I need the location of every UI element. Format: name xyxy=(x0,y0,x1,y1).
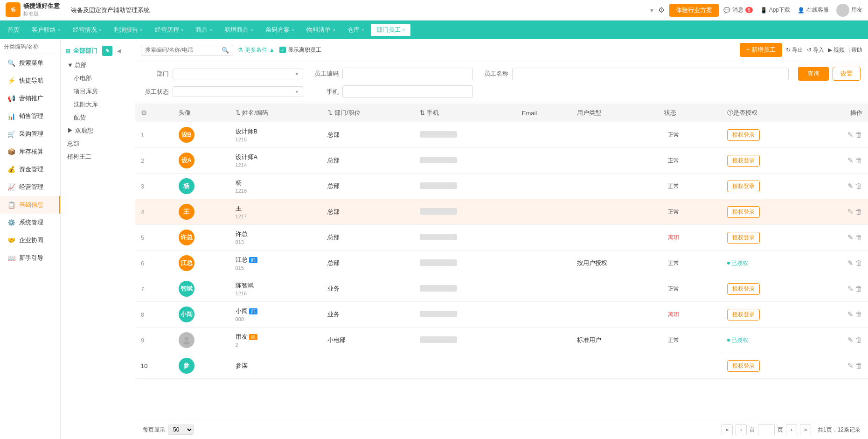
edit-icon[interactable]: ✎ xyxy=(847,131,854,139)
edit-icon[interactable]: ✎ xyxy=(847,362,854,370)
nav-tab-经营情况[interactable]: 经营情况× xyxy=(67,24,107,36)
emp-code-input[interactable] xyxy=(342,68,473,80)
page-number-input[interactable]: 1 xyxy=(758,424,775,435)
nav-tab-利润报告[interactable]: 利润报告× xyxy=(108,24,148,36)
emp-name-input[interactable] xyxy=(512,68,789,80)
tab-close-icon[interactable]: × xyxy=(181,28,184,33)
edit-icon[interactable]: ✎ xyxy=(847,156,854,165)
sidebar-item-库存核算[interactable]: 📦库存核算 xyxy=(0,143,60,160)
delete-icon[interactable]: 🗑 xyxy=(855,285,862,293)
sidebar-item-营销推广[interactable]: 📢营销推广 xyxy=(0,90,60,107)
message-btn[interactable]: 💬 消息 6 xyxy=(723,6,753,14)
sidebar-item-搜索菜单[interactable]: 🔍搜索菜单 xyxy=(0,54,60,72)
delete-icon[interactable]: 🗑 xyxy=(855,310,862,318)
delete-icon[interactable]: 🗑 xyxy=(855,208,862,216)
nav-tab-客户联络[interactable]: 客户联络× xyxy=(26,24,66,36)
col-settings[interactable]: ⚙ xyxy=(135,104,173,122)
employee-search-input[interactable] xyxy=(145,47,220,53)
system-title-dropdown[interactable]: ▾ xyxy=(650,7,653,14)
page-size-select[interactable]: 50 100 xyxy=(168,425,194,435)
dept-node-双鹿想[interactable]: ▶ 双鹿想 xyxy=(61,124,135,137)
app-download-btn[interactable]: 📱 App下载 xyxy=(760,6,790,14)
delete-icon[interactable]: 🗑 xyxy=(855,156,862,164)
nav-tab-物料清单[interactable]: 物料清单× xyxy=(301,24,341,36)
col-phone[interactable]: ⇅ 手机 xyxy=(414,104,516,122)
add-employee-button[interactable]: + 新增员工 xyxy=(740,43,782,57)
view-button[interactable]: ▶ 视频 xyxy=(828,46,845,54)
query-button[interactable]: 查询 xyxy=(798,67,829,81)
auth-button[interactable]: 授权登录 xyxy=(727,232,760,244)
dept-node-总部[interactable]: ▼ 总部 xyxy=(61,59,135,72)
prev-page-btn[interactable]: ‹ xyxy=(736,424,747,435)
nav-tab-经营历程[interactable]: 经营历程× xyxy=(149,24,189,36)
import-button[interactable]: ↺ 导入 xyxy=(807,46,824,54)
user-btn[interactable]: 用友 xyxy=(836,4,862,17)
dept-node-项目库房[interactable]: 项目库房 xyxy=(61,85,135,98)
delete-icon[interactable]: 🗑 xyxy=(855,336,862,344)
auth-button[interactable]: 授权登录 xyxy=(727,309,760,321)
set-button[interactable]: 设置 xyxy=(833,67,861,81)
auth-button[interactable]: 授权登录 xyxy=(727,155,760,167)
nav-tab-新增商品[interactable]: 新增商品× xyxy=(219,24,259,36)
nav-tab-部门员工[interactable]: 部门员工× xyxy=(371,24,411,36)
edit-icon[interactable]: ✎ xyxy=(847,182,854,190)
sidebar-item-新手引导[interactable]: 📖新手引导 xyxy=(0,249,60,267)
edit-icon[interactable]: ✎ xyxy=(847,208,854,216)
sidebar-item-基础信息[interactable]: 📋基础信息 xyxy=(0,196,60,214)
auth-button[interactable]: 授权登录 xyxy=(727,129,760,141)
tab-close-icon[interactable]: × xyxy=(292,28,294,33)
tab-close-icon[interactable]: × xyxy=(99,28,102,33)
dept-node-植树王二[interactable]: 植树王二 xyxy=(61,150,135,163)
nav-tab-首页[interactable]: 首页 xyxy=(2,24,25,36)
first-page-btn[interactable]: « xyxy=(722,424,733,435)
tab-close-icon[interactable]: × xyxy=(209,28,212,33)
tab-close-icon[interactable]: × xyxy=(333,28,335,33)
more-button[interactable]: | 帮助 xyxy=(848,46,862,54)
show-resigned-toggle[interactable]: ✓ 显示离职员工 xyxy=(279,46,321,54)
trial-button[interactable]: 体验行业方案 xyxy=(669,4,719,17)
sidebar-item-快捷导航[interactable]: ⚡快捷导航 xyxy=(0,72,60,90)
dept-node-小电部[interactable]: 小电部 xyxy=(61,72,135,85)
edit-icon[interactable]: ✎ xyxy=(847,233,854,242)
nav-tab-条码方案[interactable]: 条码方案× xyxy=(260,24,300,36)
edit-icon[interactable]: ✎ xyxy=(847,285,854,293)
next-page-btn[interactable]: › xyxy=(786,424,797,435)
sidebar-item-经营管理[interactable]: 📈经营管理 xyxy=(0,178,60,196)
edit-icon[interactable]: ✎ xyxy=(847,310,854,319)
dept-all-item[interactable]: ⊞ 全部部门 ✎ ◀ xyxy=(61,43,135,59)
col-dept-position[interactable]: ⇅ 部门/职位 xyxy=(322,104,414,122)
dept-node-沈阳大库[interactable]: 沈阳大库 xyxy=(61,98,135,111)
sidebar-item-系统管理[interactable]: ⚙️系统管理 xyxy=(0,214,60,231)
auth-button[interactable]: 授权登录 xyxy=(727,206,760,218)
nav-tab-仓库[interactable]: 仓库× xyxy=(342,24,370,36)
tab-close-icon[interactable]: × xyxy=(140,28,143,33)
auth-button[interactable]: 授权登录 xyxy=(727,360,760,372)
export-button[interactable]: ↻ 导出 xyxy=(786,46,803,54)
tab-close-icon[interactable]: × xyxy=(361,28,364,33)
phone-input[interactable] xyxy=(342,85,473,98)
delete-icon[interactable]: 🗑 xyxy=(855,233,862,241)
tab-close-icon[interactable]: × xyxy=(58,28,61,33)
col-name-code[interactable]: ⇅ 姓名/编码 xyxy=(230,104,322,122)
more-filter-btn[interactable]: ⚗ 更多条件 ▲ xyxy=(238,46,275,54)
settings-icon[interactable]: ⚙ xyxy=(658,6,665,14)
last-page-btn[interactable]: » xyxy=(800,424,811,435)
sidebar-item-采购管理[interactable]: 🛒采购管理 xyxy=(0,125,60,143)
dept-node-总部[interactable]: 总部 xyxy=(61,137,135,150)
collapse-dept-icon[interactable]: ◀ xyxy=(117,48,121,54)
emp-status-select[interactable]: ▾ xyxy=(173,86,303,97)
edit-icon[interactable]: ✎ xyxy=(847,259,854,267)
delete-icon[interactable]: 🗑 xyxy=(855,259,862,267)
dept-node-配货[interactable]: 配货 xyxy=(61,111,135,124)
delete-icon[interactable]: 🗑 xyxy=(855,182,862,190)
delete-icon[interactable]: 🗑 xyxy=(855,362,862,369)
tab-close-icon[interactable]: × xyxy=(403,28,405,33)
edit-icon[interactable]: ✎ xyxy=(847,336,854,344)
dept-select[interactable]: ▾ xyxy=(173,69,303,79)
delete-icon[interactable]: 🗑 xyxy=(855,131,862,139)
online-service-btn[interactable]: 👤 在线客服 xyxy=(798,6,829,14)
tab-close-icon[interactable]: × xyxy=(250,28,253,33)
nav-tab-商品[interactable]: 商品× xyxy=(190,24,218,36)
auth-button[interactable]: 授权登录 xyxy=(727,181,760,192)
sidebar-item-资金管理[interactable]: 💰资金管理 xyxy=(0,160,60,178)
